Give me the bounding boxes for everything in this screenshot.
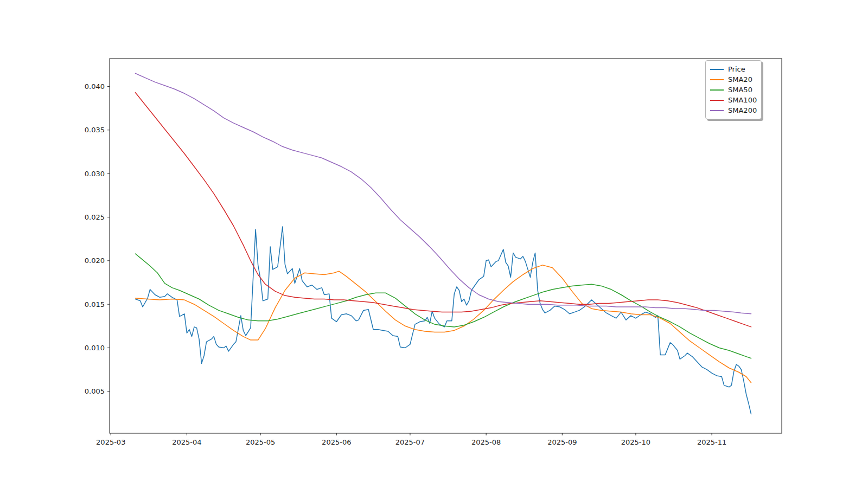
- legend-line-swatch-sma20-icon: [710, 79, 724, 80]
- y-tick-label: 0.015: [85, 300, 105, 309]
- legend-box: PriceSMA20SMA50SMA100SMA200: [705, 60, 762, 119]
- x-tick-label: 2025-07: [395, 438, 425, 446]
- y-tick-label: 0.035: [85, 126, 105, 134]
- legend-label: Price: [728, 64, 745, 74]
- legend-label: SMA100: [728, 95, 757, 105]
- legend-entry-sma20: SMA20: [710, 74, 757, 85]
- legend-line-swatch-sma100-icon: [710, 100, 724, 101]
- legend-line-swatch-price-icon: [710, 69, 724, 70]
- x-tick-label: 2025-04: [172, 438, 201, 446]
- y-tick-label: 0.030: [85, 170, 105, 178]
- legend-entry-sma100: SMA100: [710, 95, 757, 105]
- x-tick-label: 2025-08: [471, 438, 501, 446]
- y-tick-label: 0.010: [85, 344, 105, 352]
- y-tick-label: 0.020: [85, 256, 105, 265]
- x-tick-label: 2025-03: [96, 438, 125, 446]
- y-tick-label: 0.005: [85, 387, 105, 395]
- legend-entry-sma50: SMA50: [710, 85, 757, 95]
- legend-label: SMA20: [728, 74, 752, 85]
- legend-entry-sma200: SMA200: [710, 105, 757, 115]
- plot-frame: [110, 59, 782, 433]
- legend-line-swatch-sma50-icon: [710, 89, 724, 91]
- x-tick-label: 2025-11: [697, 438, 726, 446]
- y-tick-label: 0.025: [85, 213, 105, 221]
- series-line-sma50: [136, 254, 751, 358]
- legend-label: SMA50: [728, 85, 752, 95]
- x-tick-label: 2025-10: [621, 438, 650, 446]
- legend-label: SMA200: [728, 105, 757, 115]
- x-tick-label: 2025-09: [547, 438, 577, 446]
- series-line-sma200: [136, 73, 751, 314]
- series-line-price: [136, 227, 751, 414]
- legend-entry-price: Price: [710, 64, 757, 74]
- figure-canvas: 2025-032025-042025-052025-062025-072025-…: [0, 0, 868, 488]
- legend-line-swatch-sma200-icon: [710, 110, 724, 111]
- y-tick-label: 0.040: [85, 82, 105, 91]
- x-tick-label: 2025-06: [322, 438, 351, 446]
- x-tick-label: 2025-05: [246, 438, 275, 446]
- series-line-sma100: [136, 93, 751, 327]
